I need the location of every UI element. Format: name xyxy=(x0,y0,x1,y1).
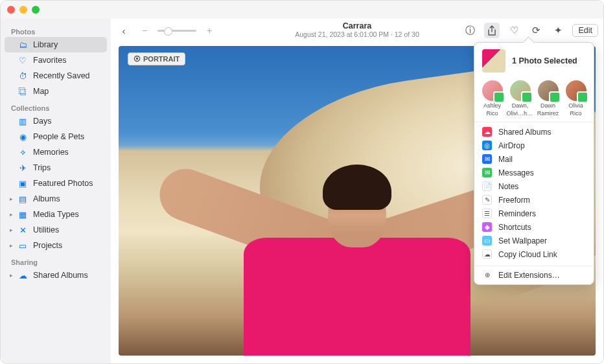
sidebar-label: Library xyxy=(33,40,58,49)
chevron-right-icon: ▸ xyxy=(10,242,15,249)
popover-header: 1 Photo Selected xyxy=(474,43,594,79)
share-option-set-wallpaper[interactable]: ▭Set Wallpaper xyxy=(474,234,594,247)
share-option-shortcuts[interactable]: ◆Shortcuts xyxy=(474,220,594,234)
close-window-button[interactable] xyxy=(7,6,15,14)
share-option-icon: ☁ xyxy=(482,127,492,137)
sidebar-icon: ⏱ xyxy=(17,71,28,81)
sidebar-icon: ▭ xyxy=(17,240,28,251)
selection-thumbnail xyxy=(482,49,505,73)
share-option-airdrop[interactable]: ◎AirDrop xyxy=(474,139,594,152)
share-contact[interactable]: DawnRamirez xyxy=(535,80,562,117)
share-contact[interactable]: AshleyRico xyxy=(479,80,506,117)
sidebar-label: Memories xyxy=(33,148,69,157)
share-option-label: Mail xyxy=(498,155,513,164)
share-option-icon: 📄 xyxy=(482,181,492,191)
contact-name-line: Dawn xyxy=(540,103,555,109)
sidebar-icon: ◉ xyxy=(17,131,28,142)
chevron-right-icon: ▸ xyxy=(10,196,15,202)
contact-name-line: Rico xyxy=(570,111,581,117)
share-option-label: Reminders xyxy=(498,209,536,218)
edit-button[interactable]: Edit xyxy=(572,24,598,37)
sidebar-label: Days xyxy=(33,117,51,126)
sidebar-label: Shared Albums xyxy=(33,271,88,280)
sidebar-item-days[interactable]: ▥Days xyxy=(5,113,107,129)
share-option-label: Set Wallpaper xyxy=(498,236,547,245)
sidebar-section: Collections xyxy=(5,102,107,113)
share-option-label: Shortcuts xyxy=(498,223,531,232)
sidebar-item-recently-saved[interactable]: ⏱Recently Saved xyxy=(5,68,107,84)
minimize-window-button[interactable] xyxy=(19,6,27,14)
sidebar-icon: ⿻ xyxy=(17,86,28,97)
share-option-icon: ✉ xyxy=(482,168,492,177)
sidebar-item-utilities[interactable]: ▸✕Utilities xyxy=(5,222,107,238)
share-contact[interactable]: OliviaRico xyxy=(563,80,590,117)
fullscreen-window-button[interactable] xyxy=(32,6,40,14)
share-option-messages[interactable]: ✉Messages xyxy=(474,166,594,179)
info-button[interactable]: ⓘ xyxy=(462,23,478,38)
sidebar-item-library[interactable]: 🗂Library xyxy=(5,37,107,52)
share-option-mail[interactable]: ✉Mail xyxy=(474,152,594,166)
back-button[interactable]: ‹ xyxy=(116,23,132,38)
sidebar-label: Map xyxy=(33,87,49,96)
sidebar-item-projects[interactable]: ▸▭Projects xyxy=(5,238,107,253)
chevron-right-icon: ▸ xyxy=(10,227,15,233)
sidebar-section: Photos xyxy=(5,25,107,37)
share-option-icon: ◆ xyxy=(482,222,492,232)
share-option-reminders[interactable]: ☰Reminders xyxy=(474,207,594,220)
share-option-label: Messages xyxy=(498,168,534,177)
sidebar-icon: ✕ xyxy=(17,225,28,235)
share-contact[interactable]: Dawn,Olivi…hers xyxy=(507,80,534,117)
sidebar-label: Media Types xyxy=(33,210,79,219)
sidebar-item-albums[interactable]: ▸▤Albums xyxy=(5,191,107,207)
share-button[interactable] xyxy=(484,23,500,38)
zoom-slider[interactable] xyxy=(157,30,196,32)
zoom-out-button[interactable]: − xyxy=(137,23,152,38)
sidebar-item-memories[interactable]: ⟡Memories xyxy=(5,144,107,160)
share-option-icon: ◎ xyxy=(482,141,492,150)
share-option-freeform[interactable]: ✎Freeform xyxy=(474,193,594,207)
share-option-copy-icloud-link[interactable]: ☁Copy iCloud Link xyxy=(474,247,594,261)
sidebar-item-favorites[interactable]: ♡Favorites xyxy=(5,52,107,68)
sidebar-item-people-pets[interactable]: ◉People & Pets xyxy=(5,129,107,144)
sidebar-label: Trips xyxy=(33,163,51,172)
zoom-in-button[interactable]: + xyxy=(202,23,217,38)
portrait-badge[interactable]: ⦿ PORTRAIT xyxy=(128,52,185,65)
avatar xyxy=(538,80,559,101)
edit-extensions-item[interactable]: ⊕ Edit Extensions… xyxy=(474,268,594,282)
sidebar-item-trips[interactable]: ✈Trips xyxy=(5,160,107,176)
auto-enhance-button[interactable]: ✦ xyxy=(550,23,566,38)
avatar xyxy=(566,80,587,101)
avatar xyxy=(482,80,503,101)
contact-name-line: Ashley xyxy=(483,103,501,109)
share-option-icon: ✉ xyxy=(482,154,492,164)
sidebar-icon: ▤ xyxy=(17,194,28,204)
sidebar-item-featured-photos[interactable]: ▣Featured Photos xyxy=(5,176,107,191)
sidebar-item-shared-albums[interactable]: ▸☁Shared Albums xyxy=(5,267,107,283)
sidebar-icon: ⟡ xyxy=(17,147,28,157)
sidebar-label: Albums xyxy=(33,194,60,203)
sidebar-label: Utilities xyxy=(33,225,59,234)
share-option-shared-albums[interactable]: ☁Shared Albums xyxy=(474,125,594,139)
contact-name-line: Rico xyxy=(486,111,498,117)
contact-name-line: Ramirez xyxy=(537,111,559,117)
share-contacts: AshleyRicoDawn,Olivi…hersDawnRamirezOliv… xyxy=(474,79,594,122)
share-option-notes[interactable]: 📄Notes xyxy=(474,179,594,193)
share-option-label: Copy iCloud Link xyxy=(498,250,557,259)
share-option-icon: ☰ xyxy=(482,209,492,218)
sidebar-icon: ▦ xyxy=(17,209,28,220)
sidebar-label: Featured Photos xyxy=(33,179,93,188)
sidebar-label: Favorites xyxy=(33,56,66,65)
favorite-button[interactable]: ♡ xyxy=(506,23,522,38)
edit-extensions-label: Edit Extensions… xyxy=(498,271,560,280)
rotate-button[interactable]: ⟳ xyxy=(528,23,544,38)
aperture-icon: ⦿ xyxy=(134,55,141,63)
sidebar-item-media-types[interactable]: ▸▦Media Types xyxy=(5,207,107,222)
sidebar-label: People & Pets xyxy=(33,132,84,141)
sidebar-item-map[interactable]: ⿻Map xyxy=(5,84,107,99)
sidebar-label: Projects xyxy=(33,241,62,250)
chevron-right-icon: ▸ xyxy=(10,211,15,218)
share-option-label: Shared Albums xyxy=(498,128,551,137)
header-info: Carrara August 21, 2023 at 6:01:00 PM · … xyxy=(295,22,419,38)
share-option-icon: ☁ xyxy=(482,249,492,259)
sidebar-icon: ▣ xyxy=(17,178,28,188)
